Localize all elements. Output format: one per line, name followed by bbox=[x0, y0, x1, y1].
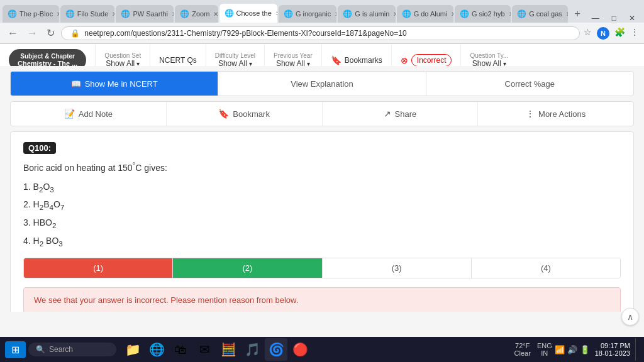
tab-close-icon[interactable]: ✕ bbox=[172, 11, 174, 18]
tab-label: Choose the bbox=[236, 9, 272, 17]
x-circle-icon: ⊗ bbox=[401, 55, 408, 65]
tab-choose[interactable]: 🌐 Choose the ✕ bbox=[219, 4, 277, 23]
tab-label: G coal gas bbox=[529, 10, 562, 18]
extensions-icon[interactable]: 🧩 bbox=[614, 27, 625, 40]
tab-label: PW Saarthi bbox=[133, 10, 168, 18]
tab-label: Zoom bbox=[192, 10, 209, 18]
tab-coal[interactable]: 🌐 G coal gas ✕ bbox=[512, 5, 568, 23]
taskbar-edge[interactable]: 🌐 bbox=[145, 338, 168, 361]
tab-do-alumi[interactable]: 🌐 G do Alumi ✕ bbox=[397, 5, 453, 23]
tab-label: The p-Bloc bbox=[19, 10, 53, 18]
tab-icon: 🌐 bbox=[343, 9, 352, 18]
tab-icon: 🌐 bbox=[121, 9, 130, 18]
answer-option-1[interactable]: (1) bbox=[24, 258, 173, 278]
tab-close-icon[interactable]: ✕ bbox=[566, 11, 569, 18]
tab-icon: 🌐 bbox=[460, 9, 469, 18]
windows-icon: ⊞ bbox=[11, 344, 19, 356]
add-note-icon: 📝 bbox=[64, 109, 75, 119]
tab-close-icon[interactable]: ✕ bbox=[335, 11, 336, 18]
star-icon[interactable]: ☆ bbox=[584, 27, 592, 40]
view-explanation-top-btn[interactable]: View Explanation bbox=[218, 72, 425, 96]
more-actions-button[interactable]: ⋮ More Actions bbox=[478, 102, 633, 126]
search-icon: 🔍 bbox=[36, 345, 45, 354]
tab-icon: 🌐 bbox=[8, 9, 17, 18]
taskbar-store[interactable]: 🛍 bbox=[169, 338, 192, 361]
search-bar[interactable]: 🔍 Search bbox=[28, 343, 116, 356]
show-ncert-top-btn[interactable]: 📖 Show Me in NCERT bbox=[11, 72, 218, 96]
option-2: 2. H2B4O7 bbox=[23, 199, 621, 211]
taskbar-calculator[interactable]: 🧮 bbox=[217, 338, 240, 361]
tab-close-icon[interactable]: ✕ bbox=[509, 11, 511, 18]
incorrect-label: Incorrect bbox=[411, 54, 452, 67]
options-list: 1. B2O3 2. H2B4O7 3. HBO2 4. H2 BO3 bbox=[23, 182, 621, 248]
forward-button[interactable]: → bbox=[25, 26, 40, 41]
tab-p-block[interactable]: 🌐 The p-Bloc ✕ bbox=[3, 5, 59, 23]
sound-icon: 🔊 bbox=[567, 345, 577, 354]
start-button[interactable]: ⊞ bbox=[5, 341, 26, 358]
correct-percentage-top-btn[interactable]: Correct %age bbox=[426, 72, 633, 96]
taskbar-explorer[interactable]: 📁 bbox=[121, 338, 144, 361]
battery-icon: 🔋 bbox=[580, 345, 590, 354]
scroll-up-button[interactable]: ∧ bbox=[621, 308, 639, 326]
bookmark-label: Bookmark bbox=[233, 109, 270, 119]
tab-sio2[interactable]: 🌐 G sio2 hyb ✕ bbox=[455, 5, 511, 23]
tab-pw[interactable]: 🌐 PW Saarthi ✕ bbox=[116, 5, 174, 23]
subject-label-top: Subject & Chapter bbox=[18, 53, 77, 60]
tab-icon: 🌐 bbox=[180, 9, 189, 18]
back-button[interactable]: ← bbox=[5, 26, 21, 41]
address-text: neetprep.com/questions/2311-Chemistry/79… bbox=[84, 29, 406, 38]
answer-option-4[interactable]: (4) bbox=[472, 258, 620, 278]
address-bar[interactable]: 🔒 neetprep.com/questions/2311-Chemistry/… bbox=[61, 26, 580, 40]
weather-condition: Clear bbox=[514, 349, 531, 357]
share-icon: ↗ bbox=[384, 109, 391, 119]
tab-aluminum[interactable]: 🌐 G is alumin ✕ bbox=[338, 5, 395, 23]
difficulty-label: Difficulty Level bbox=[215, 52, 255, 59]
ncert-label: NCERT Qs bbox=[159, 56, 197, 65]
add-note-label: Add Note bbox=[79, 109, 113, 119]
show-ncert-label: Show Me in NCERT bbox=[85, 79, 158, 89]
taskbar-app7[interactable]: 🔴 bbox=[289, 338, 311, 361]
view-explanation-label: View Explanation bbox=[291, 79, 353, 89]
answer-bar: (1) (2) (3) (4) bbox=[23, 258, 621, 278]
question-type-label: Question Ty... bbox=[470, 52, 508, 59]
close-button[interactable]: ✕ bbox=[623, 14, 641, 23]
question-text: Boric acid on heating at 150°C gives: bbox=[23, 160, 621, 173]
tab-close-icon[interactable]: ✕ bbox=[57, 11, 59, 18]
minimize-button[interactable]: — bbox=[586, 14, 606, 23]
lock-icon: 🔒 bbox=[70, 29, 80, 38]
show-desktop-button[interactable] bbox=[635, 338, 639, 361]
tab-close-icon[interactable]: ✕ bbox=[451, 11, 453, 18]
question-content: Q100: Boric acid on heating at 150°C giv… bbox=[10, 131, 634, 312]
tab-icon: 🌐 bbox=[225, 9, 234, 18]
more-actions-label: More Actions bbox=[538, 109, 586, 119]
tab-close-icon[interactable]: ✕ bbox=[112, 11, 114, 18]
more-actions-icon: ⋮ bbox=[526, 109, 535, 119]
option-3: 3. HBO2 bbox=[23, 217, 621, 229]
tab-filo[interactable]: 🌐 Filo Stude ✕ bbox=[60, 5, 115, 23]
action-toolbar: 📝 Add Note 🔖 Bookmark ↗ Share ⋮ More Act… bbox=[10, 101, 634, 126]
answer-option-2[interactable]: (2) bbox=[173, 258, 322, 278]
tab-icon: 🌐 bbox=[284, 9, 293, 18]
answer-option-3[interactable]: (3) bbox=[323, 258, 472, 278]
clock-date: 18-01-2023 bbox=[595, 349, 630, 357]
taskbar-chrome[interactable]: 🌀 bbox=[265, 338, 287, 361]
refresh-button[interactable]: ↻ bbox=[44, 26, 57, 40]
profile-icon[interactable]: N bbox=[597, 27, 609, 40]
tab-inorganic[interactable]: 🌐 G inorganic ✕ bbox=[279, 5, 336, 23]
new-tab-button[interactable]: + bbox=[569, 5, 585, 23]
tab-label: G is alumin bbox=[355, 10, 389, 18]
taskbar-weather: 72°F Clear bbox=[514, 342, 531, 357]
menu-icon[interactable]: ⋮ bbox=[630, 27, 639, 40]
maximize-button[interactable]: □ bbox=[606, 14, 623, 23]
clock-time: 09:17 PM bbox=[595, 342, 630, 349]
taskbar-app5[interactable]: 🎵 bbox=[241, 338, 264, 361]
tab-close-icon[interactable]: ✕ bbox=[275, 10, 277, 17]
bookmark-button[interactable]: 🔖 Bookmark bbox=[167, 102, 323, 126]
add-note-button[interactable]: 📝 Add Note bbox=[11, 102, 167, 126]
correct-pct-label: Correct %age bbox=[505, 79, 555, 89]
tab-close-icon[interactable]: ✕ bbox=[213, 11, 218, 18]
tab-zoom[interactable]: 🌐 Zoom ✕ bbox=[175, 5, 218, 23]
share-button[interactable]: ↗ Share bbox=[323, 102, 479, 126]
taskbar-mail[interactable]: ✉ bbox=[193, 338, 216, 361]
tab-close-icon[interactable]: ✕ bbox=[393, 11, 395, 18]
